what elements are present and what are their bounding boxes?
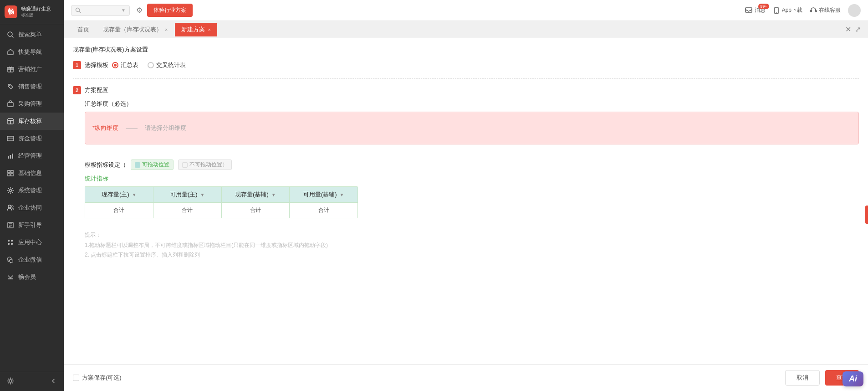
section-2-title: 方案配置 [85, 86, 108, 94]
tab-home-label: 首页 [77, 26, 89, 34]
stats-col-1-header[interactable]: 可用量(主) ▼ [153, 187, 221, 203]
sidebar-item-label: 快捷导航 [18, 48, 42, 56]
online-service-button[interactable]: 在线客服 [810, 6, 841, 14]
message-icon [745, 6, 753, 15]
svg-rect-11 [10, 155, 11, 159]
message-button[interactable]: 消息 99+ [745, 6, 766, 15]
search-dropdown-icon[interactable]: ▼ [121, 8, 126, 13]
svg-point-17 [10, 190, 12, 192]
sidebar-item-search[interactable]: 搜索菜单 [0, 26, 64, 43]
svg-rect-24 [8, 240, 10, 242]
tab-inventory[interactable]: 现存量（库存状况表） × [97, 23, 174, 36]
hint-item-1: 2. 点击标题栏下拉可设置排序、插入列和删除列 [85, 251, 859, 259]
sidebar-item-enterprise[interactable]: 企业协同 [0, 199, 64, 216]
sidebar-item-wechat[interactable]: 企业微信 [0, 251, 64, 268]
app-download-button[interactable]: App下载 [773, 6, 802, 14]
sidebar-footer [0, 372, 64, 391]
sidebar-item-inventory[interactable]: 库存核算 [0, 113, 64, 130]
close-window-icon[interactable]: ✕ [845, 25, 851, 34]
settings-icon[interactable] [6, 377, 15, 386]
user-avatar-button[interactable] [848, 4, 861, 17]
sidebar-item-purchase[interactable]: 采购管理 [0, 95, 64, 113]
svg-point-30 [76, 8, 80, 12]
app-download-label: App下载 [782, 6, 802, 14]
page-title: 现存量(库存状况表)方案设置 [73, 46, 859, 54]
tab-new-plan[interactable]: 新建方案 × [175, 23, 217, 36]
sidebar-item-shortcut[interactable]: 快捷导航 [0, 43, 64, 61]
radio-cross-label: 交叉统计表 [156, 61, 186, 69]
cancel-button[interactable]: 取消 [785, 370, 820, 386]
app-edition: 标准版 [21, 12, 51, 18]
stats-col-3-body: 合计 [290, 203, 357, 218]
hint-area: 提示： 1.拖动标题栏可以调整布局，不可跨维度或指标区域拖动栏目(只能在同一维度… [85, 226, 859, 266]
svg-rect-10 [8, 156, 9, 159]
stats-col-3: 可用量(基辅) ▼ 合计 [290, 187, 357, 218]
tab-home[interactable]: 首页 [71, 23, 96, 36]
sidebar-item-finance[interactable]: 资金管理 [0, 130, 64, 147]
stats-col-0-header[interactable]: 现存量(主) ▼ [85, 187, 153, 203]
radio-summary[interactable]: 汇总表 [112, 61, 138, 69]
stats-col-3-dropdown-icon[interactable]: ▼ [340, 192, 344, 197]
stats-col-0-header-label: 现存量(主) [102, 190, 129, 199]
section-1-num: 1 [73, 61, 81, 69]
section-2: 2 方案配置 汇总维度（必选） *纵向维度 —— 请选择分组维度 模板指标设定（ [73, 86, 859, 266]
tab-inventory-close-icon[interactable]: × [165, 27, 168, 32]
main-area: ▼ ⚙ 体验行业方案 消息 99+ App下载 在线客服 首页 [64, 0, 868, 391]
settings-button[interactable]: ⚙ [136, 6, 143, 15]
section-1: 1 选择模板 汇总表 交叉统计表 [73, 61, 859, 69]
sidebar-item-apps[interactable]: 应用中心 [0, 234, 64, 251]
stats-col-1-dropdown-icon[interactable]: ▼ [200, 192, 205, 197]
online-service-label: 在线客服 [819, 6, 841, 14]
sidebar-item-label: 应用中心 [18, 238, 42, 247]
stats-col-0-dropdown-icon[interactable]: ▼ [132, 192, 137, 197]
stats-col-3-header-label: 可用量(基辅) [303, 190, 337, 199]
dimension-box[interactable]: *纵向维度 —— 请选择分组维度 [85, 112, 859, 144]
sidebar-item-guide[interactable]: 新手引导 [0, 216, 64, 234]
stats-col-2-header[interactable]: 现存量(基辅) ▼ [222, 187, 290, 203]
footer: 方案保存(可选) 取消 查询 [64, 364, 868, 391]
collapse-icon[interactable] [49, 377, 57, 386]
sidebar-item-sales[interactable]: 销售管理 [0, 78, 64, 95]
stats-col-3-header[interactable]: 可用量(基辅) ▼ [290, 187, 357, 203]
book-icon [6, 221, 15, 229]
hint-title: 提示： [85, 231, 859, 239]
dimension-label: 汇总维度（必选） [85, 100, 859, 108]
section-2-header: 2 方案配置 [73, 86, 859, 94]
people-icon [6, 204, 15, 212]
svg-rect-16 [11, 174, 13, 176]
stats-col-2-dropdown-icon[interactable]: ▼ [271, 192, 276, 197]
indicator-undraggable-tag: 不可拖动位置） [178, 159, 232, 170]
topbar: ▼ ⚙ 体验行业方案 消息 99+ App下载 在线客服 [64, 0, 868, 21]
expand-window-icon[interactable]: ⤢ [855, 25, 861, 34]
wechat-icon [6, 256, 15, 264]
tab-new-plan-close-icon[interactable]: × [208, 27, 210, 32]
save-option[interactable]: 方案保存(可选) [73, 374, 122, 382]
sidebar-item-member[interactable]: 畅会员 [0, 268, 64, 286]
save-checkbox[interactable] [73, 375, 79, 381]
template-radio-group: 汇总表 交叉统计表 [112, 61, 186, 69]
svg-line-1 [12, 36, 13, 37]
svg-point-29 [9, 380, 12, 382]
section-1-header: 1 选择模板 汇总表 交叉统计表 [73, 61, 859, 69]
tab-new-plan-label: 新建方案 [181, 26, 205, 34]
sidebar-nav: 搜索菜单 快捷导航 营销推广 销售管理 采购管理 [0, 24, 64, 372]
radio-cross[interactable]: 交叉统计表 [148, 61, 186, 69]
vip-icon [6, 273, 15, 281]
stats-table-header: 现存量(主) ▼ 合计 可用量(主) ▼ 合计 [85, 187, 357, 218]
svg-point-18 [8, 205, 11, 208]
ai-badge[interactable]: Ai [842, 371, 863, 386]
sidebar-item-system[interactable]: 系统管理 [0, 182, 64, 199]
svg-line-31 [79, 11, 81, 13]
search-input[interactable] [83, 7, 119, 14]
trial-button[interactable]: 体验行业方案 [147, 4, 193, 17]
stats-section-label: 统计指标 [85, 175, 859, 183]
sidebar-item-label: 畅会员 [18, 273, 36, 281]
right-edge-handle[interactable] [865, 206, 868, 224]
indicator-draggable-label: 可拖动位置 [142, 161, 169, 169]
sidebar-item-marketing[interactable]: 营销推广 [0, 61, 64, 78]
sidebar-item-label: 系统管理 [18, 186, 42, 195]
sidebar-item-management[interactable]: 经营管理 [0, 147, 64, 165]
topbar-search-box[interactable]: ▼ [71, 5, 130, 16]
sidebar-item-basic[interactable]: 基础信息 [0, 165, 64, 182]
svg-point-4 [9, 85, 10, 86]
